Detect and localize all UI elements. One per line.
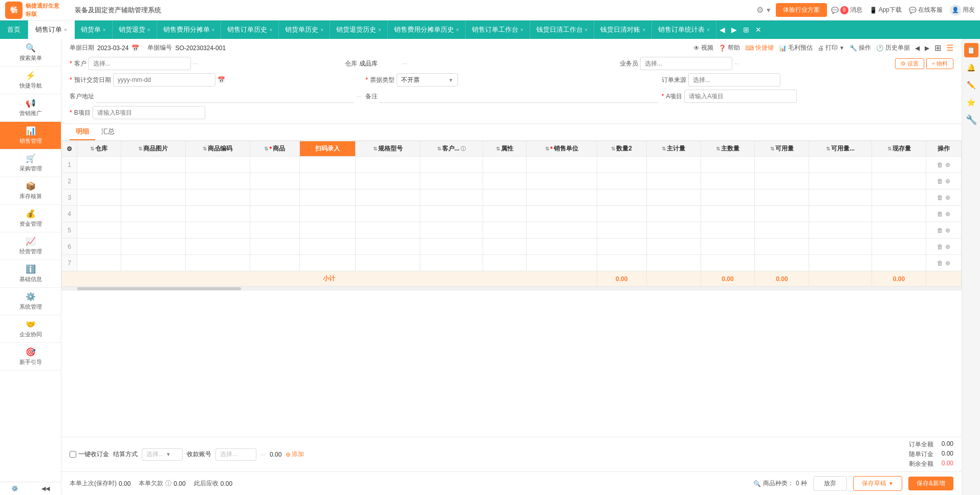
solution-button[interactable]: 体验行业方案 [776, 3, 827, 17]
sidebar-item-guide[interactable]: 🎯 新手引导 [0, 343, 61, 371]
tab-fee-history[interactable]: 销售费用分摊单历史 × [388, 20, 466, 39]
save-new-button[interactable]: 保存&新增 [908, 477, 953, 490]
sidebar-item-collab[interactable]: 🤝 企业协同 [0, 315, 61, 343]
sidebar-item-basic[interactable]: ℹ️ 基础信息 [0, 260, 61, 288]
delete-row-icon[interactable]: 🗑 [937, 227, 943, 234]
settings-icon[interactable]: ⚙ [756, 5, 764, 15]
sidebar-item-finance[interactable]: 💰 资金管理 [0, 205, 61, 232]
delete-row-icon[interactable]: 🗑 [937, 194, 943, 201]
delivery-date-input[interactable] [113, 73, 215, 87]
dropdown-icon[interactable]: ▼ [766, 7, 772, 14]
right-panel-icon-3[interactable]: ✏️ [964, 78, 978, 92]
tab-expand-icon[interactable]: ⊞ [740, 26, 752, 34]
help-btn[interactable]: ❓ 帮助 [718, 44, 740, 52]
account-select[interactable]: 选择... [215, 448, 256, 461]
col-settings[interactable]: ⚙ [62, 141, 77, 157]
sidebar-item-quick[interactable]: ⚡ 快捷导航 [0, 67, 61, 94]
staff-input[interactable] [640, 57, 732, 70]
print-btn[interactable]: 🖨 打印 ▼ [818, 44, 844, 52]
tab-home[interactable]: 首页 [0, 20, 28, 39]
delete-row-icon[interactable]: 🗑 [937, 178, 943, 185]
sidebar-item-marketing[interactable]: 📢 营销推广 [0, 94, 61, 122]
save-draft-button[interactable]: 保存草稿 ▼ [853, 476, 902, 491]
customer-addr-input[interactable] [96, 90, 354, 103]
profit-btn[interactable]: 📊 毛利预估 [779, 44, 813, 52]
tab-daily-clear[interactable]: 钱货日清工作台 × [530, 20, 595, 39]
copy-row-icon[interactable]: ⊕ [945, 194, 950, 201]
calendar-icon[interactable]: 📅 [132, 45, 139, 52]
info-icon[interactable]: ⓘ [165, 479, 171, 488]
online-service[interactable]: 💬在线客服 [909, 6, 943, 14]
tab-summary[interactable]: 汇总 [95, 124, 121, 140]
invoice-select[interactable]: 不开票 ▼ [397, 73, 458, 87]
account-more-icon[interactable]: ··· [260, 451, 266, 458]
one-click-checkbox[interactable]: 一键收订金 [70, 450, 109, 459]
payment-method-select[interactable]: 选择... ▼ [142, 448, 183, 461]
list-view-icon[interactable]: ☰ [946, 43, 953, 53]
staff-more-icon[interactable]: ··· [734, 60, 739, 67]
right-panel-icon-4[interactable]: ⭐ [964, 95, 978, 110]
tab-fee-split[interactable]: 销售费用分摊单 × [157, 20, 222, 39]
tab-return[interactable]: 销货退货 × [113, 20, 157, 39]
nav-next[interactable]: ▶ [925, 45, 929, 52]
right-panel-icon-2[interactable]: 🔔 [964, 60, 978, 75]
view-btn[interactable]: 👁 视频 [693, 44, 713, 52]
remark-input[interactable] [380, 90, 657, 103]
tab-next-arrow[interactable]: ▶ [728, 26, 740, 34]
add-payment-btn[interactable]: ⊕ 添加 [286, 450, 304, 459]
copy-row-icon[interactable]: ⊕ [945, 227, 950, 234]
sidebar-collapse[interactable]: ◀◀ [41, 485, 50, 492]
delivery-calendar-icon[interactable]: 📅 [217, 76, 225, 83]
settings-panel-btn[interactable]: ⚙ 设置 [895, 58, 924, 69]
addr-more-icon[interactable]: ··· [356, 93, 361, 100]
delete-row-icon[interactable]: 🗑 [937, 243, 943, 250]
copy-row-icon[interactable]: ⊕ [945, 260, 950, 267]
delete-row-icon[interactable]: 🗑 [937, 260, 943, 267]
tab-prev-arrow[interactable]: ◀ [716, 26, 728, 34]
tab-sales-order[interactable]: 销售订单 × [28, 20, 75, 39]
sidebar-item-search[interactable]: 🔍 搜索菜单 [0, 39, 61, 67]
add-circle-icon: ⊕ [286, 451, 291, 458]
col-scan[interactable]: 扫码录入 [299, 141, 355, 157]
app-download[interactable]: 📱App下载 [869, 6, 902, 14]
add-goods-btn[interactable]: + 物料 [926, 58, 953, 69]
delete-row-icon[interactable]: 🗑 [937, 161, 943, 168]
sidebar-item-sales[interactable]: 📊 销售管理 [0, 122, 61, 149]
grid-view-icon[interactable]: ⊞ [934, 43, 941, 53]
tab-sales-out[interactable]: 销货单 × [75, 20, 113, 39]
copy-row-icon[interactable]: ⊕ [945, 161, 950, 168]
tab-close-icon[interactable]: ✕ [752, 26, 765, 34]
sidebar-item-purchase[interactable]: 🛒 采购管理 [0, 149, 61, 177]
copy-row-icon[interactable]: ⊕ [945, 178, 950, 185]
discard-button[interactable]: 放弃 [813, 476, 847, 491]
tab-order-history[interactable]: 销售订单历史 × [221, 20, 279, 39]
order-source-input[interactable] [688, 73, 780, 87]
copy-row-icon[interactable]: ⊕ [945, 210, 950, 218]
warehouse-more-icon[interactable]: ··· [402, 60, 407, 67]
sidebar-item-system[interactable]: ⚙️ 系统管理 [0, 288, 61, 315]
history-btn[interactable]: 🕐 历史单据 [876, 44, 910, 52]
customer-more-icon[interactable]: ··· [193, 60, 198, 67]
nav-prev[interactable]: ◀ [915, 45, 920, 52]
customer-required-mark: * [70, 60, 72, 67]
tab-return-history[interactable]: 销货退货历史 × [330, 20, 388, 39]
a-project-input[interactable] [684, 90, 797, 103]
operation-btn[interactable]: 🔧 操作 [850, 44, 871, 52]
sidebar-item-operation[interactable]: 📈 经营管理 [0, 232, 61, 260]
tab-stats[interactable]: 销售订单统计表 × [652, 20, 716, 39]
tab-out-history[interactable]: 销货单历史 × [279, 20, 330, 39]
b-project-input[interactable] [93, 106, 205, 119]
right-panel-icon-1[interactable]: 📋 [964, 43, 978, 57]
tab-workbench[interactable]: 销售订单工作台 × [466, 20, 530, 39]
copy-row-icon[interactable]: ⊕ [945, 243, 950, 250]
right-panel-icon-5[interactable]: 🔧 [964, 113, 978, 127]
shortcut-btn[interactable]: ⌨ 快捷键 [745, 44, 774, 52]
tab-reconcile[interactable]: 钱货日清对账 × [594, 20, 652, 39]
sidebar-settings[interactable]: ⚙️ [11, 485, 18, 492]
delete-row-icon[interactable]: 🗑 [937, 210, 943, 218]
customer-input[interactable] [89, 57, 191, 70]
message-icon[interactable]: 💬 9 消息 [831, 6, 862, 14]
sidebar-item-inventory[interactable]: 📦 库存核算 [0, 177, 61, 205]
tab-detail[interactable]: 明细 [70, 124, 95, 140]
user-avatar[interactable]: 👤 用友 [950, 5, 975, 16]
